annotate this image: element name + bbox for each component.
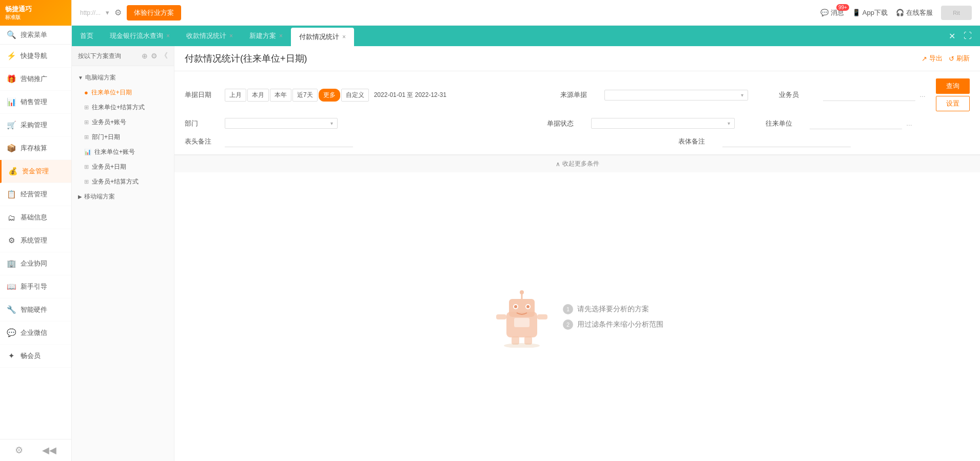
finance-icon: 💰 xyxy=(8,166,18,176)
tab-bank[interactable]: 现金银行流水查询 × xyxy=(102,26,178,46)
sidebar-item-hardware[interactable]: 🔧 智能硬件 xyxy=(0,298,71,322)
tab-expand-icon[interactable]: ⛶ xyxy=(959,29,976,43)
sidebar-item-sales[interactable]: 📊 销售管理 xyxy=(0,91,71,114)
svg-point-4 xyxy=(514,305,517,308)
sidebar-item-vip[interactable]: ✦ 畅会员 xyxy=(0,345,71,368)
counterpart-more-icon[interactable]: … xyxy=(906,120,912,127)
page-title: 付款情况统计(往来单位+日期) xyxy=(185,52,307,65)
tree-item-label: 部门+日期 xyxy=(92,133,120,142)
sidebar-item-basic[interactable]: 🗂 基础信息 xyxy=(0,206,71,229)
collapse-sidebar-icon[interactable]: ◀◀ xyxy=(42,445,56,456)
sidebar-search-label: 搜索菜单 xyxy=(21,30,47,39)
tree-item-salesman-account[interactable]: ⊞ 业务员+账号 xyxy=(72,115,174,130)
date-range-display: 2022-01-01 至 2022-12-31 xyxy=(374,91,446,99)
sidebar-item-quick-nav[interactable]: ⚡ 快捷导航 xyxy=(0,45,71,68)
user-avatar[interactable]: Rit xyxy=(941,6,972,20)
settings-btn[interactable]: 设置 xyxy=(936,96,970,111)
collapse-label: 收起更多条件 xyxy=(562,159,599,168)
salesman-more-icon[interactable]: … xyxy=(919,91,926,98)
top-header-right: 💬 消息 99+ 📱 App下载 🎧 在线客服 Rit xyxy=(820,6,972,20)
date-btn-more[interactable]: 更多 xyxy=(319,89,340,102)
message-icon: 💬 xyxy=(820,9,829,16)
date-btn-custom[interactable]: 自定义 xyxy=(341,89,369,102)
tree-item-counterpart-settlement[interactable]: ⊞ 往来单位+结算方式 xyxy=(72,100,174,115)
tree-group-desktop-title[interactable]: ▼ 电脑端方案 xyxy=(72,70,174,85)
quick-nav-icon: ⚡ xyxy=(6,51,16,61)
chevron-down-icon[interactable]: ▾ xyxy=(106,9,109,16)
tab-close-all-icon[interactable]: ✕ xyxy=(945,29,959,43)
doc-status-label: 单据状态 xyxy=(547,119,583,128)
empty-tip-2: 2 用过滤条件来缩小分析范围 xyxy=(563,319,663,330)
export-btn[interactable]: ↗ 导出 xyxy=(922,54,943,63)
refresh-btn[interactable]: ↺ 刷新 xyxy=(949,54,970,63)
trial-btn[interactable]: 体验行业方案 xyxy=(127,5,181,21)
add-plan-icon[interactable]: ⊕ xyxy=(142,52,148,60)
online-service-btn[interactable]: 🎧 在线客服 xyxy=(896,8,933,17)
salesman-input[interactable] xyxy=(823,89,915,101)
sidebar-item-marketing[interactable]: 🎁 营销推广 xyxy=(0,68,71,91)
settings-gear-icon[interactable]: ⚙ xyxy=(15,445,23,456)
app-download-btn[interactable]: 📱 App下载 xyxy=(852,8,888,17)
tree-item-counterpart-account[interactable]: 📊 往来单位+账号 xyxy=(72,145,174,159)
date-btn-last-7[interactable]: 近7天 xyxy=(292,89,318,102)
tab-bank-close-icon[interactable]: × xyxy=(166,32,170,39)
tree-item-salesman-settlement[interactable]: ⊞ 业务员+结算方式 xyxy=(72,174,174,189)
tree-item-dept-date[interactable]: ⊞ 部门+日期 xyxy=(72,130,174,145)
counterpart-label: 往来单位 xyxy=(766,119,801,128)
header-gear-icon[interactable]: ⚙ xyxy=(114,8,122,17)
tree-item-label: 业务员+账号 xyxy=(92,118,126,127)
sidebar-item-purchase[interactable]: 🛒 采购管理 xyxy=(0,114,71,137)
hardware-icon: 🔧 xyxy=(6,305,16,315)
date-btn-this-year[interactable]: 本年 xyxy=(270,89,291,102)
tab-new-plan[interactable]: 新建方案 × xyxy=(241,26,291,46)
message-btn[interactable]: 💬 消息 99+ xyxy=(820,8,844,17)
sidebar-item-wechat[interactable]: 💬 企业微信 xyxy=(0,322,71,345)
sidebar-item-label: 企业微信 xyxy=(21,328,47,337)
sidebar-item-search[interactable]: 🔍 搜索菜单 xyxy=(0,26,71,45)
manage-plan-icon[interactable]: ⚙ xyxy=(151,52,158,60)
tree-item-label: 业务员+结算方式 xyxy=(92,177,139,186)
sidebar-item-system[interactable]: ⚙ 系统管理 xyxy=(0,229,71,252)
table-body-remark-input[interactable] xyxy=(722,135,851,147)
counterpart-input[interactable] xyxy=(810,117,902,129)
inventory-icon: 📦 xyxy=(6,143,16,153)
sidebar-item-inventory[interactable]: 📦 库存核算 xyxy=(0,137,71,160)
sidebar-item-enterprise[interactable]: 🏢 企业协同 xyxy=(0,252,71,275)
query-btn[interactable]: 查询 xyxy=(936,78,970,94)
tab-receipt[interactable]: 收款情况统计 × xyxy=(178,26,241,46)
tree-item-salesman-date[interactable]: ⊞ 业务员+日期 xyxy=(72,159,174,174)
date-btn-last-month[interactable]: 上月 xyxy=(225,89,246,102)
tree-item-label: 往来单位+日期 xyxy=(91,88,132,97)
sidebar-item-operation[interactable]: 📋 经营管理 xyxy=(0,183,71,206)
tab-payment-close-icon[interactable]: × xyxy=(342,33,346,41)
sidebar-item-guide[interactable]: 📖 新手引导 xyxy=(0,275,71,298)
tree-group-mobile-title[interactable]: ▶ 移动端方案 xyxy=(72,189,174,204)
tree-item-label: 往来单位+结算方式 xyxy=(92,103,145,112)
tab-payment[interactable]: 付款情况统计 × xyxy=(291,28,354,46)
sales-icon: 📊 xyxy=(6,97,16,107)
sidebar-item-label: 营销推广 xyxy=(21,74,47,84)
date-btn-this-month[interactable]: 本月 xyxy=(247,89,269,102)
source-chevron-icon: ▾ xyxy=(741,92,743,98)
marketing-icon: 🎁 xyxy=(6,74,16,84)
tree-item-active-icon: ● xyxy=(84,89,88,96)
collapse-arrow-icon: ∧ xyxy=(556,161,560,168)
tab-receipt-close-icon[interactable]: × xyxy=(229,32,233,39)
doc-status-select[interactable]: ▾ xyxy=(591,118,735,129)
tab-new-plan-close-icon[interactable]: × xyxy=(279,32,283,39)
sidebar-item-finance[interactable]: 💰 资金管理 xyxy=(0,160,71,183)
collapse-panel-icon[interactable]: 《 xyxy=(161,51,168,61)
dept-select[interactable]: ▾ xyxy=(225,118,338,129)
sidebar-item-label: 系统管理 xyxy=(21,236,47,245)
source-select[interactable]: ▾ xyxy=(604,90,748,101)
table-header-remark-input[interactable] xyxy=(225,135,353,147)
sidebar: 畅捷通巧 标准版 🔍 搜索菜单 ⚡ 快捷导航 🎁 营销推广 📊 销售管理 🛒 采… xyxy=(0,0,72,461)
tab-home[interactable]: 首页 xyxy=(72,26,102,46)
tree-item-counterpart-date[interactable]: ● 往来单位+日期 xyxy=(72,85,174,100)
source-label: 来源单据 xyxy=(560,90,596,99)
system-icon: ⚙ xyxy=(6,235,16,246)
collapse-more-btn[interactable]: ∧ 收起更多条件 xyxy=(174,155,980,172)
tab-home-label: 首页 xyxy=(80,31,93,41)
tip-2-text: 用过滤条件来缩小分析范围 xyxy=(577,320,663,329)
dept-label: 部门 xyxy=(185,119,221,128)
